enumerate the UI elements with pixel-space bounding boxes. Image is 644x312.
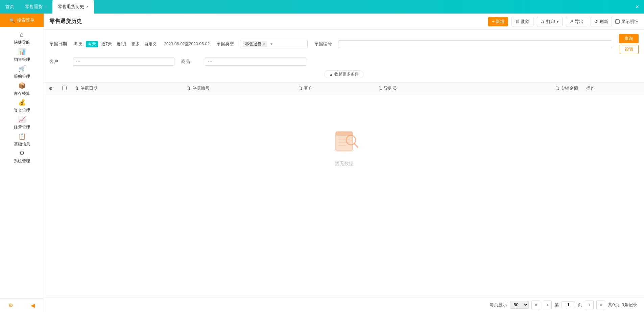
sidebar-label-基础信息: 基础信息 [14, 141, 30, 147]
collapse-sidebar-btn[interactable]: ◀ [28, 300, 38, 311]
show-detail-toggle[interactable]: 显示明细 [615, 19, 639, 25]
sidebar-label-库存核算: 库存核算 [14, 91, 30, 96]
refresh-btn[interactable]: ↺ 刷新 [591, 17, 612, 26]
th-number[interactable]: ⇅ 单据编号 [183, 83, 295, 94]
show-detail-label: 显示明细 [621, 19, 639, 25]
export-btn[interactable]: ↗ 导出 [566, 17, 587, 26]
sidebar: 🔍 搜索菜单 ⌂快捷导航📊销售管理🛒采购管理📦库存核算💰资金管理📈经营管理📋基础… [0, 14, 44, 312]
print-btn[interactable]: 🖨 打印 ▾ [537, 17, 563, 26]
sidebar-search-label: 搜索菜单 [17, 17, 34, 23]
date-to: 2023-06-02 [189, 42, 210, 46]
date-opt-custom[interactable]: 自定义 [143, 41, 158, 47]
tab-零售退货历史[interactable]: 零售退货历史× [52, 0, 94, 14]
main-table: ⚙ ⇅ 单据日期 ⇅ 单据编号 [44, 83, 644, 94]
doctype-tag-text: 零售退货 [245, 41, 261, 47]
date-separator: 至 [185, 41, 189, 47]
th-customer[interactable]: ⇅ 客户 [295, 83, 375, 94]
new-btn[interactable]: + 新增 [488, 17, 508, 26]
sidebar-icon-资金管理: 💰 [18, 99, 26, 106]
date-opt-today[interactable]: 今天 [86, 41, 98, 47]
goods-select[interactable]: ··· [205, 58, 306, 66]
customer-filter-section: 客户 ··· [49, 58, 174, 66]
page-label: 第 [554, 302, 559, 308]
collapse-label: 收起更多条件 [334, 71, 359, 77]
show-detail-checkbox[interactable] [615, 19, 620, 24]
sidebar-label-销售管理: 销售管理 [14, 57, 30, 63]
goods-dots-icon: ··· [208, 59, 212, 65]
page-number-input[interactable] [562, 301, 575, 308]
doctype-tag-close[interactable]: × [263, 42, 265, 46]
sidebar-icon-销售管理: 📊 [18, 48, 26, 55]
next-page-btn[interactable]: › [585, 300, 594, 309]
settings-bottom-btn[interactable]: ⚙ [6, 300, 16, 311]
tab-close-零售退货[interactable]: × [45, 4, 47, 9]
date-range: 2023-06-02 至 2023-06-02 [164, 41, 210, 47]
sidebar-item-经营管理[interactable]: 📈经营管理 [0, 114, 44, 131]
empty-state: 暂无数据 [44, 94, 644, 194]
customer-select[interactable]: ··· [73, 58, 174, 66]
first-page-btn[interactable]: « [531, 300, 540, 309]
collapse-bar: ▲ 收起更多条件 [49, 69, 639, 81]
setting-btn[interactable]: 设置 [620, 45, 639, 54]
date-opt-1month[interactable]: 近1月 [115, 41, 128, 47]
print-icon: 🖨 [541, 19, 545, 24]
collapse-btn[interactable]: ▲ 收起更多条件 [324, 70, 364, 78]
per-page-select[interactable]: 50 10 20 100 [510, 301, 529, 309]
select-all-checkbox[interactable] [62, 86, 67, 90]
doctype-chevron-icon: ▾ [270, 42, 272, 46]
svg-line-7 [354, 143, 358, 147]
th-date[interactable]: ⇅ 单据日期 [71, 83, 183, 94]
main-layout: 🔍 搜索菜单 ⌂快捷导航📊销售管理🛒采购管理📦库存核算💰资金管理📈经营管理📋基础… [0, 14, 644, 312]
sidebar-item-基础信息[interactable]: 📋基础信息 [0, 131, 44, 148]
tab-首页[interactable]: 首页 [0, 0, 20, 14]
sidebar-search-btn[interactable]: 🔍 搜索菜单 [0, 14, 44, 27]
sidebar-bottom: ⚙ ◀ [0, 298, 44, 312]
table-head: ⚙ ⇅ 单据日期 ⇅ 单据编号 [44, 83, 644, 94]
table-container: ⚙ ⇅ 单据日期 ⇅ 单据编号 [44, 83, 644, 297]
th-checkbox[interactable] [57, 83, 71, 94]
content-area: 零售退货历史 + 新增 🗑 删除 🖨 打印 ▾ ↗ 导出 ↺ 刷新 [44, 14, 644, 312]
sidebar-item-采购管理[interactable]: 🛒采购管理 [0, 64, 44, 81]
tab-零售退货[interactable]: 零售退货× [20, 0, 52, 14]
date-opt-yesterday[interactable]: 昨天 [73, 41, 84, 47]
search-icon: 🔍 [9, 18, 15, 23]
date-opt-7days[interactable]: 近7天 [100, 41, 113, 47]
per-page-label: 每页显示 [490, 302, 507, 308]
sidebar-icon-经营管理: 📈 [18, 116, 26, 123]
customer-dots-icon: ··· [76, 59, 80, 65]
th-action: 操作 [582, 83, 644, 94]
sidebar-item-库存核算[interactable]: 📦库存核算 [0, 81, 44, 97]
date-from: 2023-06-02 [164, 42, 185, 46]
sidebar-icon-采购管理: 🛒 [18, 65, 26, 72]
th-amount[interactable]: ⇅ 实销金额 [470, 83, 582, 94]
sidebar-item-快捷导航[interactable]: ⌂快捷导航 [0, 30, 44, 47]
th-settings[interactable]: ⚙ [44, 83, 57, 94]
th-customer-label: ⇅ 客户 [299, 86, 313, 91]
doctype-select[interactable]: 零售退货 × ▾ [240, 40, 308, 48]
last-page-btn[interactable]: » [596, 300, 605, 309]
window-close-btn[interactable]: × [630, 0, 644, 14]
header-actions: + 新增 🗑 删除 🖨 打印 ▾ ↗ 导出 ↺ 刷新 显示明细 [488, 17, 639, 26]
filter-area: 单据日期 昨天 今天 近7天 近1月 更多 自定义 2023-06-02 至 2… [44, 30, 644, 83]
sidebar-item-资金管理[interactable]: 💰资金管理 [0, 97, 44, 114]
th-date-label: ⇅ 单据日期 [75, 86, 98, 91]
goods-filter-label: 商品 [181, 59, 201, 65]
th-guide[interactable]: ⇅ 导购员 [375, 83, 470, 94]
export-icon: ↗ [570, 19, 573, 24]
total-text: 共0页, 0条记录 [608, 302, 637, 308]
sidebar-icon-快捷导航: ⌂ [20, 31, 24, 38]
collapse-up-icon: ▲ [329, 72, 333, 77]
goods-filter-section: 商品 ··· [181, 58, 306, 66]
sidebar-item-销售管理[interactable]: 📊销售管理 [0, 47, 44, 64]
customer-filter-label: 客户 [49, 59, 70, 65]
docnumber-input[interactable] [338, 40, 612, 48]
prev-page-btn[interactable]: ‹ [543, 300, 552, 309]
date-opt-more[interactable]: 更多 [130, 41, 141, 47]
sidebar-item-系统管理[interactable]: ⚙系统管理 [0, 148, 44, 165]
tab-close-零售退货历史[interactable]: × [86, 4, 89, 9]
delete-btn[interactable]: 🗑 删除 [511, 17, 533, 26]
query-btn[interactable]: 查询 [619, 34, 639, 43]
export-label: 导出 [575, 19, 583, 25]
sidebar-icon-系统管理: ⚙ [19, 150, 25, 157]
settings-icon[interactable]: ⚙ [49, 86, 53, 91]
